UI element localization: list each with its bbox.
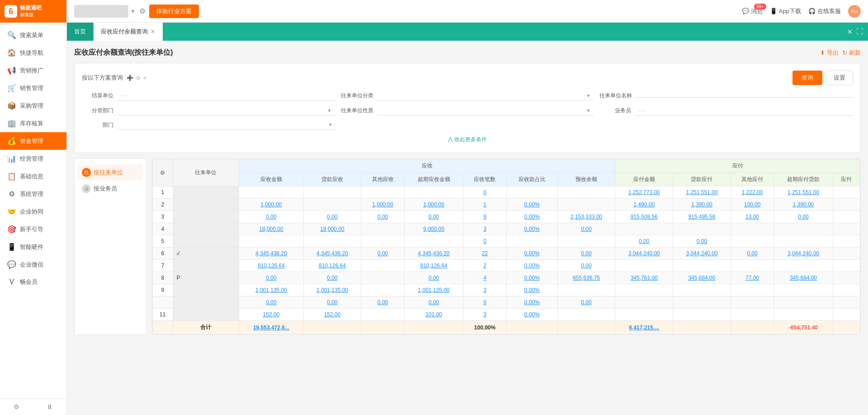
row-5-yingshou-4[interactable]: 22 <box>463 248 506 260</box>
refresh-button[interactable]: ↻ 刷新 <box>842 49 861 57</box>
row-8-yingshou-4[interactable]: 3 <box>463 284 506 296</box>
row-3-yingshou-4[interactable]: 3 <box>463 223 506 235</box>
tab-maximize-icon[interactable]: ⛶ <box>856 28 863 36</box>
row-1-yingshou-5[interactable]: 0.00% <box>506 199 557 211</box>
row-2-yingshou-6[interactable]: 2,153,333.00 <box>557 211 615 223</box>
row-9-yingshou-0[interactable]: 0.00 <box>239 296 303 309</box>
row-1-yingshou-4[interactable]: 1 <box>463 199 506 211</box>
row-8-yingshou-3[interactable]: 1,001,135.00 <box>404 284 463 296</box>
row-10-yingshou-3[interactable]: 101.00 <box>404 309 463 321</box>
sidebar-collapse-btn[interactable]: ⏸ <box>47 403 53 410</box>
brand-chevron-icon[interactable]: ▼ <box>130 8 136 14</box>
sidebar-item-1[interactable]: 🏠快捷导航 <box>0 44 66 62</box>
row-9-yingshou-3[interactable]: 0.00 <box>404 296 463 309</box>
app-download-item[interactable]: 📱 App下载 <box>770 7 801 15</box>
row-10-yingshou-1[interactable]: 152.00 <box>303 309 361 321</box>
sidebar-item-5[interactable]: 🏢库存核算 <box>0 114 66 132</box>
sidebar-item-12[interactable]: 📱智能硬件 <box>0 238 66 256</box>
row-10-yingshou-5[interactable]: 0.00% <box>506 309 557 321</box>
row-3-yingshou-0[interactable]: 18,000.00 <box>239 223 303 235</box>
row-7-yingfu-3[interactable]: 345,684.00 <box>774 272 833 284</box>
business-person-input[interactable]: ··· <box>635 105 853 116</box>
row-1-yingfu-1[interactable]: 1,390.00 <box>673 199 731 211</box>
promo-button[interactable]: 体验行业方案 <box>149 5 199 18</box>
fenguan-dept-input[interactable]: ▼ <box>117 106 335 115</box>
row-9-yingshou-4[interactable]: 0 <box>463 296 506 309</box>
sidebar-item-3[interactable]: 🛒销售管理 <box>0 79 66 97</box>
sidebar-item-4[interactable]: 📦采购管理 <box>0 97 66 114</box>
sidebar-item-7[interactable]: 📊经营管理 <box>0 150 66 167</box>
row-2-yingshou-1[interactable]: 0.00 <box>303 211 361 223</box>
row-1-yingfu-0[interactable]: 1,490.00 <box>615 199 673 211</box>
dept-input[interactable]: ▼ <box>117 120 336 129</box>
row-0-yingfu-2[interactable]: 1,222.00 <box>731 186 774 199</box>
row-5-yingfu-1[interactable]: 3,044,240.00 <box>673 248 731 260</box>
tab-home[interactable]: 首页 <box>67 23 94 41</box>
row-9-yingshou-1[interactable]: 0.00 <box>303 296 361 309</box>
row-10-yingshou-0[interactable]: 152.00 <box>239 309 303 321</box>
row-2-yingshou-0[interactable]: 0.00 <box>239 211 303 223</box>
row-3-yingshou-5[interactable]: 0.00% <box>506 223 557 235</box>
row-2-yingfu-2[interactable]: 13.00 <box>731 211 774 223</box>
row-6-yingshou-4[interactable]: 2 <box>463 260 506 272</box>
row-8-yingshou-1[interactable]: 1,001,135.00 <box>303 284 361 296</box>
footer-yingfu1[interactable]: 6,417,215.... <box>615 321 673 334</box>
sidebar-item-9[interactable]: ⚙系统管理 <box>0 185 66 203</box>
row-8-yingshou-5[interactable]: 0.00% <box>506 284 557 296</box>
row-7-yingshou-6[interactable]: 655,636.75 <box>557 272 615 284</box>
sidebar-item-6[interactable]: 💰资金管理 <box>0 132 66 150</box>
row-5-yingshou-0[interactable]: 4,345,436.20 <box>239 248 303 260</box>
row-5-yingfu-2[interactable]: 0.00 <box>731 248 774 260</box>
collapse-icon[interactable]: « <box>143 75 146 81</box>
sidebar-item-10[interactable]: 🤝企业协同 <box>0 203 66 220</box>
row-5-yingfu-3[interactable]: 3,044,240.00 <box>774 248 833 260</box>
row-5-yingshou-5[interactable]: 0.00% <box>506 248 557 260</box>
row-5-yingshou-1[interactable]: 4,345,436.20 <box>303 248 361 260</box>
row-4-yingfu-0[interactable]: 0.00 <box>615 235 673 248</box>
row-1-yingshou-2[interactable]: 1,000.00 <box>361 199 404 211</box>
tab-receivable[interactable]: 应收应付余额查询 ✕ <box>94 23 163 41</box>
row-1-yingshou-3[interactable]: 1,000.00 <box>404 199 463 211</box>
row-9-yingshou-5[interactable]: 0.00% <box>506 296 557 309</box>
row-2-yingshou-5[interactable]: 0.00% <box>506 211 557 223</box>
sidebar-item-13[interactable]: 💬企业微信 <box>0 256 66 273</box>
row-4-yingshou-4[interactable]: 0 <box>463 235 506 248</box>
settings-col-header[interactable]: ⚙ <box>153 159 173 186</box>
row-7-yingshou-4[interactable]: 4 <box>463 272 506 284</box>
row-0-yingfu-1[interactable]: 1,251,551.00 <box>673 186 731 199</box>
sidebar-settings-btn[interactable]: ⚙ <box>14 403 19 410</box>
row-1-yingshou-0[interactable]: 1,000.00 <box>239 199 303 211</box>
filter-item-1[interactable]: 业按业务员 <box>78 181 142 197</box>
sidebar-item-0[interactable]: 🔍搜索菜单 <box>0 26 66 44</box>
row-2-yingfu-1[interactable]: 915,495.56 <box>673 211 731 223</box>
row-2-yingfu-3[interactable]: 0.00 <box>774 211 833 223</box>
row-0-yingfu-3[interactable]: 1,251,551.00 <box>774 186 833 199</box>
row-7-yingfu-1[interactable]: 345,684.00 <box>673 272 731 284</box>
wanglai-nature-input[interactable]: ▼ <box>377 106 594 115</box>
row-3-yingshou-1[interactable]: 18,000.00 <box>303 223 361 235</box>
row-9-yingshou-6[interactable]: 0.00 <box>557 296 615 309</box>
online-service-item[interactable]: 🎧 在线客服 <box>808 7 841 15</box>
row-7-yingfu-0[interactable]: 345,761.00 <box>615 272 673 284</box>
row-5-yingshou-6[interactable]: 0.00 <box>557 248 615 260</box>
row-2-yingshou-4[interactable]: 9 <box>463 211 506 223</box>
sidebar-item-14[interactable]: V畅会员 <box>0 273 66 291</box>
row-5-yingshou-3[interactable]: 4,345,436.20 <box>404 248 463 260</box>
row-9-yingshou-2[interactable]: 0.00 <box>361 296 404 309</box>
add-condition-icon[interactable]: ➕ <box>127 75 133 81</box>
settings-icon[interactable]: ⚙ <box>139 7 146 15</box>
export-button[interactable]: ⬆ 导出 <box>820 49 839 57</box>
row-8-yingshou-0[interactable]: 1,001,135.00 <box>239 284 303 296</box>
tab-close-icon[interactable]: ✕ <box>151 29 155 35</box>
sidebar-item-2[interactable]: 📢营销推广 <box>0 62 66 79</box>
sidebar-item-8[interactable]: 📋基础信息 <box>0 167 66 185</box>
row-5-yingfu-0[interactable]: 3,044,240.00 <box>615 248 673 260</box>
messages-item[interactable]: 💬 消息 99+ <box>742 7 763 15</box>
collapse-btn[interactable]: ⋀ 收起更多条件 <box>82 134 853 145</box>
filter-icon[interactable]: ⊙ <box>136 75 141 81</box>
row-2-yingshou-2[interactable]: 0.00 <box>361 211 404 223</box>
filter-item-0[interactable]: 往按往来单位 <box>78 164 142 181</box>
wanglai-name-input[interactable] <box>636 94 853 98</box>
row-3-yingshou-3[interactable]: 9,000.00 <box>404 223 463 235</box>
row-7-yingshou-1[interactable]: 0.00 <box>303 272 361 284</box>
